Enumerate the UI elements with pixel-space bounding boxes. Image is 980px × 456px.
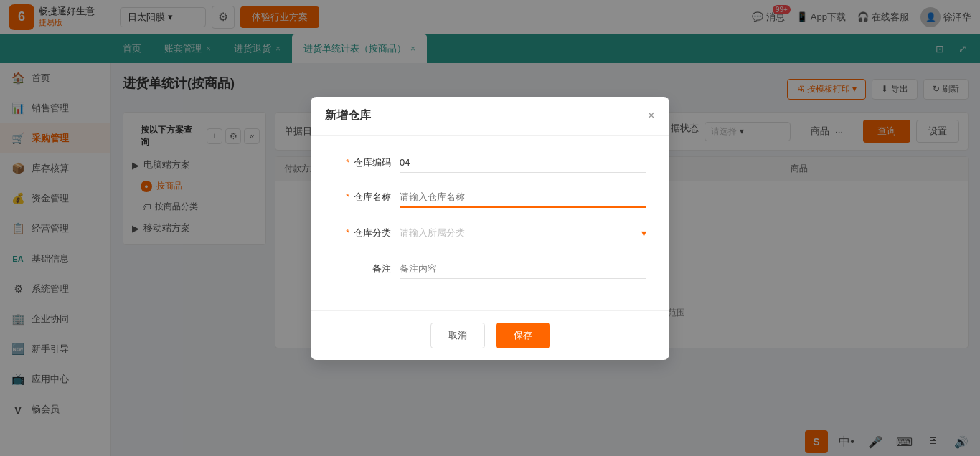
form-row-name: * 仓库名称	[334, 187, 646, 208]
dialog-body: * 仓库编码 * 仓库名称 * 仓库分类 请输入所属	[311, 136, 669, 310]
form-row-category: * 仓库分类 请输入所属分类 ▾	[334, 222, 646, 244]
dialog-footer: 取消 保存	[311, 310, 669, 360]
name-label: * 仓库名称	[334, 191, 391, 204]
save-button[interactable]: 保存	[496, 323, 550, 348]
form-row-note: 备注	[334, 259, 646, 279]
code-input[interactable]	[400, 153, 646, 173]
code-required-star: *	[346, 157, 349, 168]
form-row-code: * 仓库编码	[334, 153, 646, 173]
note-label: 备注	[334, 262, 391, 275]
dialog-title: 新增仓库	[325, 108, 371, 123]
name-required-star: *	[346, 191, 349, 202]
note-input[interactable]	[400, 259, 646, 279]
dialog-close-button[interactable]: ×	[647, 108, 655, 123]
modal-overlay[interactable]: 新增仓库 × * 仓库编码 * 仓库名称	[0, 0, 980, 456]
name-input[interactable]	[400, 187, 646, 208]
cancel-button[interactable]: 取消	[430, 323, 485, 348]
category-dropdown-icon: ▾	[641, 227, 646, 239]
category-select[interactable]: 请输入所属分类 ▾	[400, 222, 646, 244]
cat-required-star: *	[346, 227, 349, 238]
category-placeholder: 请输入所属分类	[400, 227, 465, 239]
category-label: * 仓库分类	[334, 227, 391, 239]
code-label: * 仓库编码	[334, 156, 391, 169]
dialog-header: 新增仓库 ×	[311, 97, 669, 136]
new-warehouse-dialog: 新增仓库 × * 仓库编码 * 仓库名称	[311, 97, 669, 360]
